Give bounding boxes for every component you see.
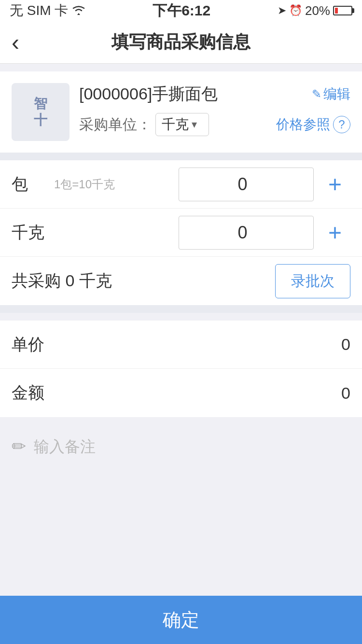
kg-input-wrap: + xyxy=(50,216,350,250)
product-image: 智 十 xyxy=(12,83,70,141)
product-info: [0000006]手撕面包 ✎ 编辑 采购单位： 千克 ▾ 价格参照 ? xyxy=(79,83,350,136)
back-icon: ‹ xyxy=(12,29,19,56)
unit-price-row: 单价 0 xyxy=(0,321,362,369)
bag-sub-label: 1包=10千克 xyxy=(54,177,115,192)
bag-input-row: 包 1包=10千克 + xyxy=(0,160,362,209)
amount-row: 金额 0 xyxy=(0,369,362,417)
price-ref-help-icon: ? xyxy=(333,116,350,133)
kg-label: 千克 xyxy=(12,222,50,244)
nav-bar: ‹ 填写商品采购信息 xyxy=(0,21,362,64)
batch-button[interactable]: 录批次 xyxy=(275,264,350,298)
battery-icon xyxy=(333,6,352,15)
note-placeholder: 输入备注 xyxy=(34,436,96,458)
status-time: 下午6:12 xyxy=(153,1,210,21)
battery-percent: 20% xyxy=(305,3,330,18)
unit-label: 采购单位： xyxy=(79,115,152,135)
price-ref-button[interactable]: 价格参照 ? xyxy=(276,115,350,134)
product-logo: 智 十 xyxy=(34,96,47,128)
bag-label: 包 xyxy=(12,173,50,196)
confirm-button[interactable]: 确定 xyxy=(0,596,362,644)
unit-price-label: 单价 xyxy=(12,334,44,356)
wifi-icon xyxy=(72,3,85,18)
sim-label: 无 SIM 卡 xyxy=(10,1,68,20)
page-title: 填写商品采购信息 xyxy=(111,30,251,54)
unit-price-value: 0 xyxy=(341,335,350,354)
edit-icon: ✎ xyxy=(312,87,321,101)
bag-input-wrap: + xyxy=(115,168,350,201)
bag-quantity-input[interactable] xyxy=(179,168,314,201)
edit-button[interactable]: ✎ 编辑 xyxy=(312,85,350,103)
alarm-icon: ⏰ xyxy=(289,4,302,17)
amount-label: 金额 xyxy=(12,382,44,404)
kg-quantity-input[interactable] xyxy=(179,216,314,250)
product-card: 智 十 [0000006]手撕面包 ✎ 编辑 采购单位： 千克 ▾ 价格参照 xyxy=(0,71,362,153)
kg-input-row: 千克 + xyxy=(0,209,362,257)
status-bar: 无 SIM 卡 下午6:12 ➤ ⏰ 20% xyxy=(0,0,362,21)
amount-value: 0 xyxy=(341,384,350,403)
summary-text: 共采购 0 千克 xyxy=(12,270,112,292)
back-button[interactable]: ‹ xyxy=(12,29,19,56)
pencil-icon: ✏ xyxy=(12,436,26,457)
divider-1 xyxy=(0,153,362,160)
chevron-down-icon: ▾ xyxy=(192,118,197,131)
input-section: 包 1包=10千克 + 千克 + xyxy=(0,160,362,257)
note-area[interactable]: ✏ 输入备注 xyxy=(0,425,362,473)
unit-select[interactable]: 千克 ▾ xyxy=(155,113,209,136)
divider-2 xyxy=(0,305,362,313)
bag-plus-button[interactable]: + xyxy=(320,169,350,200)
location-icon: ➤ xyxy=(278,4,286,17)
price-section: 单价 0 金额 0 xyxy=(0,321,362,417)
status-left: 无 SIM 卡 xyxy=(10,1,85,20)
status-right: ➤ ⏰ 20% xyxy=(278,3,352,18)
product-name: [0000006]手撕面包 xyxy=(79,83,218,105)
summary-row: 共采购 0 千克 录批次 xyxy=(0,257,362,305)
kg-plus-button[interactable]: + xyxy=(320,217,350,248)
